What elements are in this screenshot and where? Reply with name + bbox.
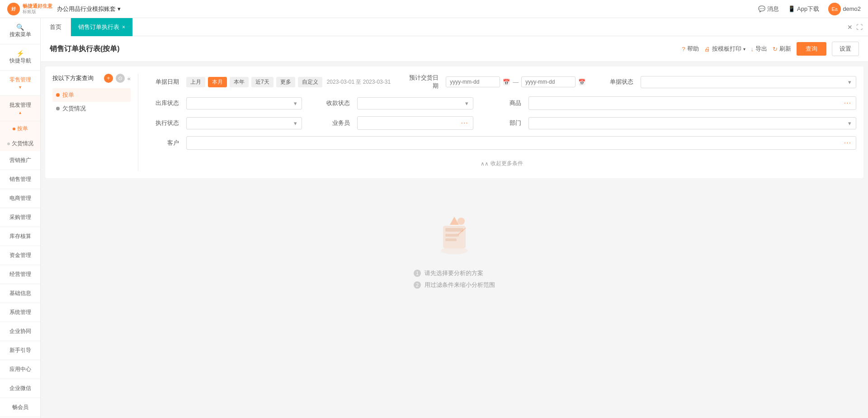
message-label: 消息: [767, 5, 779, 13]
active-scheme-dot: [56, 93, 60, 97]
collapse-bar[interactable]: ∧∧ 收起更多条件: [147, 156, 856, 171]
date-btn-custom[interactable]: 自定义: [298, 77, 322, 87]
sidebar-item-operations[interactable]: 经营管理: [0, 265, 40, 284]
calendar-to-icon[interactable]: 📅: [578, 79, 585, 86]
empty-state: 1 请先选择要分析的方案 2 用过滤条件来缩小分析范围: [41, 183, 868, 318]
execute-select[interactable]: ▾: [186, 117, 302, 129]
sidebar-quick-nav[interactable]: ⚡ 快捷导航: [0, 44, 40, 71]
goods-more-icon[interactable]: ···: [844, 99, 851, 107]
filter-left: 按以下方案查询 + ⊙ « 按单: [52, 74, 138, 171]
payment-select[interactable]: ▾: [357, 97, 473, 109]
date-label: 单据日期: [147, 78, 179, 86]
tab-active-sales[interactable]: 销售订单执行表 ×: [71, 18, 132, 36]
svg-rect-3: [445, 234, 459, 237]
user-profile[interactable]: Ea demo2: [828, 3, 861, 15]
salesperson-select[interactable]: ···: [357, 116, 473, 130]
tab-close-icon[interactable]: ×: [122, 24, 125, 30]
settings-button[interactable]: 设置: [832, 42, 859, 56]
help-label: 帮助: [687, 45, 699, 53]
copy-scheme-button[interactable]: ⊙: [116, 74, 125, 83]
add-scheme-button[interactable]: +: [104, 74, 113, 83]
export-button[interactable]: ↓ 导出: [751, 45, 768, 53]
date-btn-this-month[interactable]: 本月: [208, 77, 227, 87]
sidebar-item-newbie[interactable]: 新手引导: [0, 341, 40, 360]
empty-steps: 1 请先选择要分析的方案 2 用过滤条件来缩小分析范围: [414, 269, 495, 289]
empty-step-1: 1 请先选择要分析的方案: [414, 269, 495, 277]
sub-item-label: 按单: [17, 125, 28, 133]
filter-panel-inner: 按以下方案查询 + ⊙ « 按单: [52, 74, 856, 171]
filter-item-按单[interactable]: 按单: [52, 88, 131, 102]
top-bar: 好 畅捷通好生意 标账版 办公用品行业模拟账套 ▾ 💬 消息 📱 App下载 E…: [0, 0, 868, 18]
filter-title-text: 按以下方案查询: [52, 74, 94, 82]
home-tab-label: 首页: [50, 23, 61, 31]
department-select[interactable]: ▾: [528, 117, 856, 129]
top-bar-left: 好 畅捷通好生意 标账版 办公用品行业模拟账套 ▾: [7, 3, 121, 15]
filter-right: 单据日期 上月 本月 本年 近7天 更多 自定义 2023-03-01 至 20…: [138, 74, 856, 171]
export-label: 导出: [755, 45, 767, 53]
help-button[interactable]: ? 帮助: [682, 45, 698, 53]
svg-rect-4: [445, 238, 457, 241]
goods-select[interactable]: ···: [528, 96, 856, 110]
filter-item-欠货[interactable]: 欠货情况: [52, 102, 131, 115]
sidebar-item-sales[interactable]: 销售管理: [0, 170, 40, 189]
sidebar-item-member[interactable]: 畅会员: [0, 398, 40, 417]
date-btn-more[interactable]: 更多: [276, 77, 295, 87]
tab-expand-icon[interactable]: ⛶: [856, 24, 863, 31]
sidebar-search[interactable]: 🔍 搜索菜单: [0, 18, 40, 44]
company-selector[interactable]: 办公用品行业模拟账套 ▾: [57, 5, 121, 13]
message-button[interactable]: 💬 消息: [758, 5, 779, 13]
sidebar-item-ecommerce[interactable]: 电商管理: [0, 189, 40, 208]
customer-more-icon[interactable]: ···: [844, 139, 851, 147]
sub-item-label2: 欠货情况: [12, 140, 33, 147]
date-btn-7days[interactable]: 近7天: [251, 77, 274, 87]
salesperson-label: 业务员: [318, 119, 350, 127]
date-btn-this-year[interactable]: 本年: [230, 77, 249, 87]
system-label: 系统管理: [0, 309, 40, 316]
top-bar-right: 💬 消息 📱 App下载 Ea demo2: [758, 3, 861, 15]
refresh-button[interactable]: ↻ 刷新: [773, 45, 791, 53]
sidebar-item-finance[interactable]: 资金管理: [0, 246, 40, 265]
date-btn-last-month[interactable]: 上月: [186, 77, 205, 87]
sales-label: 销售管理: [0, 176, 40, 183]
sidebar-item-system[interactable]: 系统管理: [0, 303, 40, 322]
sidebar: 🔍 搜索菜单 ⚡ 快捷导航 零售管理 ▾ 批发管理 ▴ 按单 欠货情况 营销推: [0, 18, 41, 418]
sidebar-sub-item-按单[interactable]: 按单: [0, 121, 40, 136]
sidebar-sub-item-欠货[interactable]: 欠货情况: [0, 136, 40, 151]
customer-label: 客户: [147, 139, 179, 147]
print-button[interactable]: 🖨 按模板打印 ▾: [704, 45, 745, 53]
app-download-button[interactable]: 📱 App下载: [788, 5, 819, 13]
sidebar-item-inventory[interactable]: 库存核算: [0, 227, 40, 246]
customer-select[interactable]: ···: [186, 136, 856, 150]
apps-label: 应用中心: [0, 366, 40, 373]
date-range-text: 2023-03-01 至 2023-03-31: [327, 78, 391, 86]
svg-point-6: [458, 218, 465, 225]
salesperson-more-icon[interactable]: ···: [461, 119, 468, 127]
sidebar-item-purchase[interactable]: 采购管理: [0, 208, 40, 227]
sidebar-item-retail[interactable]: 零售管理 ▾: [0, 71, 40, 96]
tab-home[interactable]: 首页: [41, 18, 71, 36]
sidebar-item-basic[interactable]: 基础信息: [0, 284, 40, 303]
status-select[interactable]: ▾: [641, 76, 856, 88]
avatar: Ea: [828, 3, 841, 15]
expected-date-from[interactable]: [446, 76, 500, 87]
delivery-select[interactable]: ▾: [186, 97, 302, 109]
expected-date-to[interactable]: [521, 76, 576, 87]
sidebar-item-apps[interactable]: 应用中心: [0, 360, 40, 379]
sidebar-item-marketing[interactable]: 营销推广: [0, 151, 40, 170]
sidebar-item-wechat[interactable]: 企业微信: [0, 379, 40, 398]
query-button[interactable]: 查询: [797, 42, 826, 56]
collapse-arrow-icon: ∧∧: [481, 161, 489, 167]
department-chevron-icon: ▾: [848, 120, 851, 127]
page-content: 销售订单执行表(按单) ? 帮助 🖨 按模板打印 ▾ ↓ 导出: [41, 36, 868, 418]
collapse-scheme-icon[interactable]: «: [127, 75, 131, 82]
sidebar-item-wholesale[interactable]: 批发管理 ▴: [0, 96, 40, 121]
sidebar-item-enterprise[interactable]: 企业协同: [0, 322, 40, 341]
empty-step-2: 2 用过滤条件来缩小分析范围: [414, 281, 495, 289]
expected-date-label: 预计交货日期: [407, 74, 439, 90]
wechat-label: 企业微信: [0, 385, 40, 392]
calendar-from-icon[interactable]: 📅: [503, 79, 510, 86]
tab-minimize-icon[interactable]: ✕: [847, 24, 853, 31]
filter-row-4: 客户 ···: [147, 136, 856, 150]
marketing-label: 营销推广: [0, 157, 40, 164]
print-label: 按模板打印: [712, 45, 741, 53]
